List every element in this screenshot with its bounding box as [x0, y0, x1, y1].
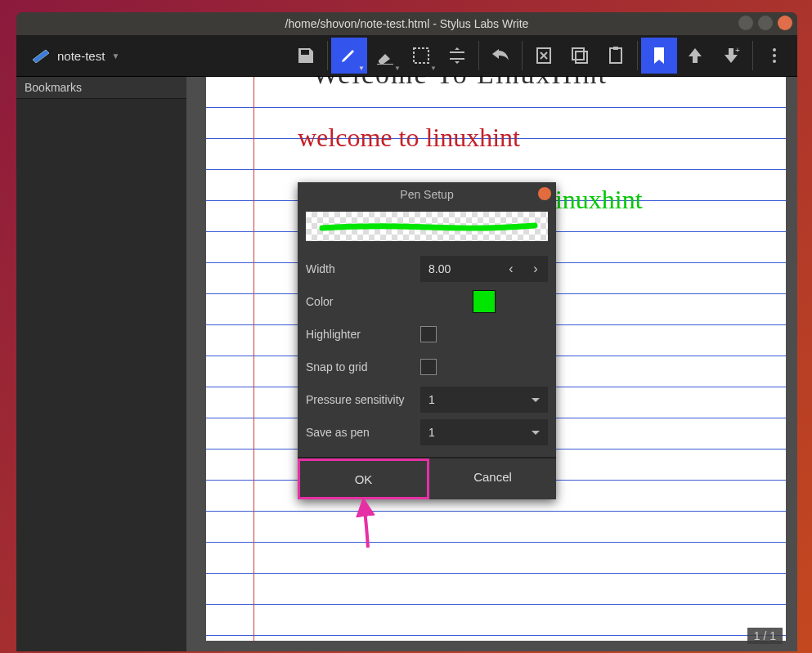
- pressure-value: 1: [428, 393, 435, 406]
- width-increase-button[interactable]: ›: [523, 262, 548, 276]
- down-arrow-plus-icon: +: [721, 46, 741, 65]
- chevron-down-icon: [532, 398, 540, 402]
- cut-icon: [534, 46, 554, 65]
- width-value: 8.00: [420, 262, 499, 275]
- titlebar: /home/shovon/note-test.html - Stylus Lab…: [16, 12, 797, 35]
- snap-checkbox[interactable]: [420, 359, 437, 375]
- undo-icon: [491, 46, 510, 65]
- bookmarks-sidebar: Bookmarks: [16, 77, 186, 651]
- bookmark-icon: [649, 46, 669, 65]
- width-label: Width: [306, 262, 420, 275]
- highlighter-label: Highlighter: [306, 328, 420, 341]
- dropdown-icon: ▼: [111, 51, 119, 60]
- pen-tool-button[interactable]: ▼: [331, 38, 367, 74]
- svg-rect-2: [572, 48, 584, 60]
- svg-rect-4: [610, 48, 621, 63]
- minimize-button[interactable]: [738, 16, 753, 30]
- sidebar-header: Bookmarks: [16, 77, 186, 99]
- window-controls: [738, 16, 792, 30]
- saveas-dropdown[interactable]: 1: [420, 419, 548, 445]
- handwriting-line-2: welcome to linuxhint: [298, 123, 520, 153]
- insert-space-icon: [447, 46, 467, 65]
- svg-rect-3: [576, 51, 587, 63]
- cancel-button[interactable]: Cancel: [429, 458, 556, 494]
- annotation-arrow: [352, 499, 384, 556]
- svg-point-8: [773, 54, 776, 57]
- clipboard-copy-button[interactable]: [562, 38, 598, 74]
- insert-space-button[interactable]: [439, 38, 475, 74]
- pen-setup-dialog: Pen Setup Width 8.00 ‹ › Color: [298, 182, 556, 499]
- eraser-button[interactable]: ▼: [367, 38, 403, 74]
- dialog-title: Pen Setup: [400, 188, 453, 201]
- save-button[interactable]: [288, 38, 324, 74]
- pen-preview: [306, 212, 548, 241]
- up-arrow-icon: [685, 46, 705, 65]
- sidebar-scrollbar[interactable]: [186, 77, 198, 651]
- eraser-icon: [375, 46, 395, 65]
- ok-button[interactable]: OK: [298, 458, 429, 499]
- paste-icon: [606, 46, 626, 65]
- overflow-menu-button[interactable]: [756, 38, 792, 74]
- width-decrease-button[interactable]: ‹: [499, 262, 523, 276]
- color-label: Color: [306, 295, 420, 308]
- svg-point-9: [773, 60, 776, 63]
- margin-line: [253, 77, 254, 641]
- select-icon: [411, 46, 431, 65]
- save-icon: [296, 46, 316, 65]
- undo-button[interactable]: [482, 38, 518, 74]
- svg-rect-5: [613, 47, 618, 50]
- copy-icon: [570, 46, 590, 65]
- svg-text:+: +: [735, 46, 740, 55]
- width-spinner[interactable]: 8.00 ‹ ›: [420, 256, 548, 282]
- window-title: /home/shovon/note-test.html - Stylus Lab…: [285, 17, 529, 30]
- svg-point-7: [773, 48, 776, 51]
- close-button[interactable]: [778, 16, 792, 30]
- dialog-close-button[interactable]: [538, 187, 551, 200]
- snap-label: Snap to grid: [306, 360, 420, 373]
- svg-rect-0: [414, 48, 428, 63]
- select-button[interactable]: ▼: [403, 38, 439, 74]
- overflow-icon: [765, 46, 784, 65]
- dialog-buttons: OK Cancel: [298, 457, 556, 499]
- document-title-area[interactable]: note-test ▼: [21, 48, 129, 63]
- bookmark-button[interactable]: [641, 38, 677, 74]
- pressure-label: Pressure sensitivity: [306, 393, 420, 406]
- prev-page-button[interactable]: [677, 38, 713, 74]
- app-window: /home/shovon/note-test.html - Stylus Lab…: [16, 12, 797, 651]
- handwriting-line-1: Welcome To LinuxHint: [312, 77, 608, 90]
- clipboard-cut-button[interactable]: [526, 38, 562, 74]
- chevron-down-icon: [532, 431, 540, 435]
- doc-name: note-test: [57, 49, 105, 63]
- dialog-body: Width 8.00 ‹ › Color Highlighter: [298, 249, 556, 457]
- next-page-button[interactable]: +: [713, 38, 749, 74]
- maximize-button[interactable]: [758, 16, 773, 30]
- pressure-dropdown[interactable]: 1: [420, 387, 548, 413]
- saveas-label: Save as pen: [306, 426, 420, 439]
- dialog-titlebar[interactable]: Pen Setup: [298, 182, 556, 207]
- toolbar: note-test ▼ ▼ ▼ ▼: [16, 35, 797, 77]
- highlighter-checkbox[interactable]: [420, 326, 437, 342]
- clipboard-paste-button[interactable]: [598, 38, 634, 74]
- handwriting-line-3: linuxhint: [548, 185, 643, 215]
- saveas-value: 1: [428, 426, 435, 439]
- color-swatch[interactable]: [473, 290, 496, 313]
- pen-icon: [31, 48, 51, 63]
- pen-tool-icon: [339, 46, 359, 65]
- page-indicator: 1 / 1: [747, 628, 783, 644]
